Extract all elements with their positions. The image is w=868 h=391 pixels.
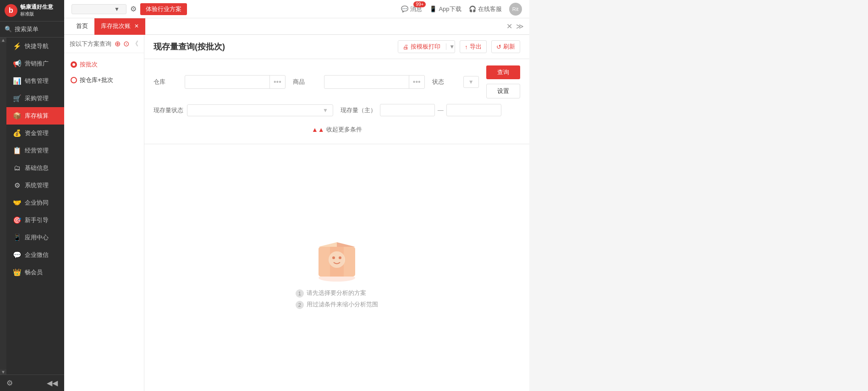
- warehouse-label: 仓库: [154, 78, 181, 86]
- sidebar-item-quick-nav[interactable]: ⚡ 快捷导航: [6, 38, 64, 55]
- status-select[interactable]: ▼: [463, 76, 479, 88]
- goods-dots-icon[interactable]: •••: [409, 76, 424, 88]
- sidebar-item-label: 采购管理: [25, 94, 49, 103]
- sidebar-scroll-up[interactable]: ▲: [0, 38, 6, 43]
- sidebar-item-enterprise[interactable]: 🤝 企业协同: [6, 194, 64, 212]
- left-panel-items: 按批次 按仓库+批次: [64, 53, 144, 391]
- inventory-status-arrow: ▼: [323, 107, 328, 114]
- tabbar-more-icon[interactable]: ≫: [516, 22, 524, 31]
- page-title: 现存量查询(按批次): [154, 41, 225, 52]
- svg-point-5: [339, 256, 341, 259]
- online-service-button[interactable]: 🎧 在线客服: [469, 5, 502, 13]
- sidebar-item-label: 资金管理: [25, 129, 49, 137]
- scheme-item-by-warehouse-batch[interactable]: 按仓库+批次: [64, 72, 144, 88]
- empty-state: 1 请先选择要分析的方案 2 用过滤条件来缩小分析范围: [144, 144, 529, 391]
- inventory-status-select[interactable]: ▼: [187, 104, 333, 116]
- sidebar-item-operations[interactable]: 📋 经营管理: [6, 142, 64, 159]
- sidebar-item-inventory[interactable]: 📦 库存核算: [6, 107, 64, 125]
- experience-button[interactable]: 体验行业方案: [140, 3, 187, 15]
- member-icon: 👑: [13, 268, 21, 277]
- purchase-icon: 🛒: [13, 94, 21, 103]
- tab-batch-account[interactable]: 库存批次账 ✕: [94, 18, 145, 35]
- settings-button[interactable]: 设置: [486, 84, 520, 98]
- sidebar-item-label: 经营管理: [25, 147, 49, 155]
- scheme-dot-inner: [72, 63, 75, 66]
- warehouse-dots-icon[interactable]: •••: [269, 76, 285, 88]
- filter-row-1: 仓库 ••• 商品 •••: [154, 65, 520, 98]
- empty-visual: [307, 224, 367, 283]
- topbar-gear-icon[interactable]: ⚙: [130, 5, 137, 13]
- app-download-label: App下载: [439, 5, 461, 13]
- sidebar-item-basic[interactable]: 🗂 基础信息: [6, 159, 64, 177]
- goods-input[interactable]: [324, 76, 409, 88]
- sales-icon: 📊: [13, 77, 21, 85]
- collapse-panel-icon[interactable]: 《: [132, 40, 138, 48]
- page-header-actions: 🖨 按模板打印 ▼ ↑ 导出 ↺ 刷新: [398, 40, 520, 53]
- sidebar-item-appstore[interactable]: 📱 应用中心: [6, 229, 64, 246]
- tip-number-1: 1: [296, 289, 304, 298]
- topbar-search-input[interactable]: [76, 6, 112, 12]
- empty-tips: 1 请先选择要分析的方案 2 用过滤条件来缩小分析范围: [296, 289, 378, 312]
- export-button[interactable]: ↑ 导出: [460, 40, 487, 53]
- sidebar-item-label: 销售管理: [25, 77, 49, 85]
- inventory-qty-label: 现存量（主）: [341, 106, 376, 114]
- warehouse-input[interactable]: [185, 76, 269, 88]
- tab-home[interactable]: 首页: [70, 18, 94, 35]
- tip-number-2: 2: [296, 301, 304, 309]
- sidebar-item-guide[interactable]: 🎯 新手引导: [6, 212, 64, 229]
- manage-scheme-icon[interactable]: ⊙: [123, 39, 129, 48]
- qty-to-input[interactable]: [446, 104, 501, 116]
- collapse-icon[interactable]: ◀◀: [47, 379, 58, 387]
- sidebar-item-system[interactable]: ⚙ 系统管理: [6, 177, 64, 194]
- scheme-dot-active: [71, 61, 77, 68]
- qty-from-input[interactable]: [380, 104, 435, 116]
- print-icon: 🖨: [403, 43, 409, 50]
- sidebar-scroll-down[interactable]: ▼: [0, 369, 6, 375]
- scheme-item-by-batch[interactable]: 按批次: [64, 57, 144, 72]
- export-icon: ↑: [465, 43, 468, 50]
- topbar-dropdown-icon[interactable]: ▼: [114, 6, 120, 12]
- refresh-button[interactable]: ↺ 刷新: [491, 40, 520, 53]
- enterprise-icon: 🤝: [13, 199, 21, 207]
- sidebar-header: b 畅康通好生意 标准版: [0, 0, 64, 22]
- sidebar-item-label: 营销推广: [25, 60, 49, 68]
- tip-text-2: 用过滤条件来缩小分析范围: [307, 300, 378, 309]
- filter-area: 仓库 ••• 商品 •••: [144, 59, 529, 144]
- sidebar-item-purchase[interactable]: 🛒 采购管理: [6, 90, 64, 107]
- app-subtitle: 标准版: [20, 11, 53, 17]
- tab-close-icon[interactable]: ✕: [134, 23, 139, 29]
- query-button[interactable]: 查询: [486, 65, 520, 79]
- add-scheme-icon[interactable]: ⊕: [115, 39, 121, 48]
- sidebar-item-wechat[interactable]: 💬 企业微信: [6, 246, 64, 264]
- scheme-dot-inactive: [71, 77, 77, 83]
- tab-batch-account-label: 库存批次账: [101, 22, 131, 30]
- user-avatar[interactable]: Rit: [509, 3, 522, 16]
- print-dropdown-icon[interactable]: ▼: [446, 43, 455, 50]
- guide-icon: 🎯: [13, 216, 21, 224]
- sidebar-search[interactable]: 🔍 搜索菜单: [0, 22, 64, 38]
- sidebar-item-sales[interactable]: 📊 销售管理: [6, 72, 64, 90]
- sidebar-item-label: 新手引导: [25, 216, 49, 224]
- tabbar-close-icon[interactable]: ✕: [506, 22, 512, 31]
- sidebar-item-member[interactable]: 👑 畅会员: [6, 264, 64, 281]
- collapse-more-btn[interactable]: ▲▲ 收起更多条件: [154, 122, 520, 137]
- sidebar-item-finance[interactable]: 💰 资金管理: [6, 125, 64, 142]
- sidebar-item-marketing[interactable]: 📢 营销推广: [6, 55, 64, 72]
- print-button[interactable]: 🖨 按模板打印: [398, 41, 445, 53]
- search-icon: 🔍: [5, 26, 12, 33]
- settings-icon[interactable]: ⚙: [6, 379, 13, 387]
- app-download-button[interactable]: 📱 App下载: [429, 5, 461, 13]
- tab-home-label: 首页: [76, 22, 88, 30]
- topbar-search-box[interactable]: ▼: [71, 4, 126, 14]
- app-name: 畅康通好生意: [20, 4, 53, 11]
- inventory-status-field: 现存量状态 ▼: [154, 104, 333, 116]
- operations-icon: 📋: [13, 147, 21, 155]
- inventory-status-label: 现存量状态: [154, 106, 183, 114]
- topbar: ▼ ⚙ 体验行业方案 💬 消息 99+ 📱 App下载 🎧 在线客服: [64, 0, 529, 18]
- wechat-icon: 💬: [13, 251, 21, 259]
- left-panel-title: 按以下方案查询: [70, 40, 111, 48]
- sidebar-item-label: 基础信息: [25, 164, 49, 172]
- sidebar-footer: ⚙ ◀◀: [0, 375, 64, 391]
- message-button[interactable]: 💬 消息 99+: [401, 5, 422, 13]
- tip-text-1: 请先选择要分析的方案: [307, 289, 366, 297]
